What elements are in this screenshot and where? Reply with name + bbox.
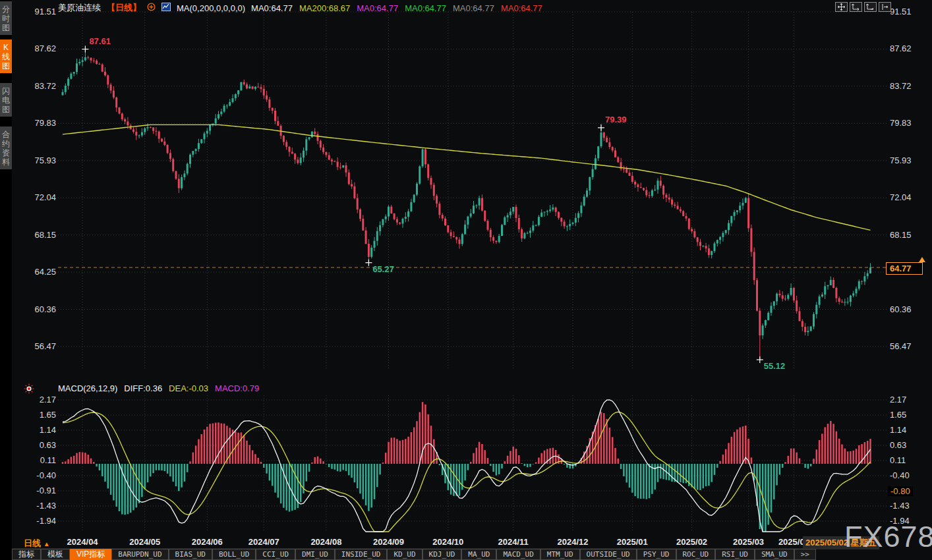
indicator-tab-dmiud[interactable]: DMI_UD bbox=[295, 549, 335, 560]
x-axis-month-label: 2024/08 bbox=[300, 537, 353, 547]
toolbar-axis-shift-icon[interactable] bbox=[879, 2, 891, 12]
sidebar-tab-2[interactable]: K线图 bbox=[0, 40, 12, 73]
chart-style-icon[interactable] bbox=[161, 3, 171, 13]
indicator-tab-smaud[interactable]: SMA_UD bbox=[755, 549, 794, 560]
price-axis-label-left: 64.25 bbox=[23, 267, 56, 277]
sidebar-tab-1[interactable]: 分时图 bbox=[0, 1, 12, 35]
toolbar-axis-zoom-out-icon[interactable] bbox=[864, 2, 877, 12]
x-axis-month-label: 2025/02 bbox=[666, 537, 718, 547]
toolbar-axis-zoom-in-icon[interactable] bbox=[850, 2, 862, 12]
macd-axis-label-left: 0.63 bbox=[23, 440, 56, 450]
indicator-tab-[interactable]: 指标 bbox=[12, 549, 41, 560]
macd-axis-label-left: 1.65 bbox=[23, 410, 56, 420]
price-axis-label-left: 72.04 bbox=[23, 192, 56, 202]
x-axis-month-label: 2024/06 bbox=[181, 537, 233, 547]
ma-value-label: MA0:64.77 bbox=[501, 3, 542, 13]
ma-value-label: MA200:68.67 bbox=[299, 3, 350, 13]
ma-value-label: MA0:64.77 bbox=[453, 3, 494, 13]
price-annotation: 87.61 bbox=[89, 36, 111, 46]
macd-axis-label-left: 1.14 bbox=[23, 425, 56, 435]
macd-axis-label-left: -0.91 bbox=[23, 486, 56, 495]
price-axis-label-left: 56.47 bbox=[23, 341, 56, 351]
ma-value-label: MA0:64.77 bbox=[357, 3, 398, 13]
chart-type-sidebar: 分时图K线图闪电图合约资料 bbox=[0, 0, 12, 560]
macd-axis-label-right: -0.40 bbox=[890, 470, 910, 480]
macd-value-label: DEA:-0.03 bbox=[169, 383, 208, 393]
indicator-tab-kdjud[interactable]: KDJ_UD bbox=[422, 549, 462, 560]
chart-header: 美原油连续 【日线】 MA(0,200,0,0,0,0) MA0:64.77MA… bbox=[58, 2, 542, 14]
price-annotation: 55.12 bbox=[764, 361, 786, 371]
watermark: FX678 bbox=[844, 520, 932, 554]
indicator-tab-rocud[interactable]: ROC_UD bbox=[676, 549, 716, 560]
macd-axis-label-right: 2.17 bbox=[890, 395, 906, 405]
price-axis-label-right: 72.04 bbox=[890, 192, 912, 202]
expand-arrow-icon: ▲ bbox=[44, 540, 50, 547]
price-axis-label-right: 75.93 bbox=[890, 155, 912, 165]
price-axis-label-left: 83.72 bbox=[23, 81, 56, 91]
indicator-tab-cciud[interactable]: CCI_UD bbox=[256, 549, 295, 560]
price-axis-label-left: 91.51 bbox=[23, 7, 56, 16]
price-axis-label-right: 56.47 bbox=[890, 341, 912, 351]
indicator-tab-[interactable]: >> bbox=[794, 549, 816, 560]
indicator-tab-insideud[interactable]: INSIDE_UD bbox=[335, 549, 388, 560]
macd-axis-label-right: 1.65 bbox=[890, 410, 906, 420]
price-axis-label-left: 68.15 bbox=[23, 230, 56, 240]
period-tag: 【日线】 bbox=[107, 2, 141, 14]
indicator-tab-barupdnud[interactable]: BARUPDN_UD bbox=[111, 549, 168, 560]
ma-settings-label: MA(0,200,0,0,0,0) bbox=[177, 3, 245, 13]
period-selector-label: 日线 bbox=[24, 538, 41, 548]
price-axis-label-right: 83.72 bbox=[890, 81, 912, 91]
indicator-tab-kdud[interactable]: KD_UD bbox=[387, 549, 422, 560]
price-axis-label-right: 60.36 bbox=[890, 304, 912, 314]
price-axis-label-left: 60.36 bbox=[23, 304, 56, 314]
indicator-tab-psyud[interactable]: PSY_UD bbox=[637, 549, 676, 560]
x-axis-month-label: 2024/07 bbox=[237, 537, 290, 547]
indicator-alert-icon[interactable] bbox=[24, 383, 34, 397]
ma-value-label: MA0:64.77 bbox=[251, 3, 293, 13]
indicator-tab-bollud[interactable]: BOLL_UD bbox=[212, 549, 256, 560]
indicator-tab-maud[interactable]: MA_UD bbox=[461, 549, 496, 560]
symbol-title: 美原油连续 bbox=[58, 2, 101, 14]
current-price-box: 64.77 bbox=[886, 262, 923, 275]
price-axis-label-right: 68.15 bbox=[890, 230, 912, 240]
price-annotation: 79.39 bbox=[605, 115, 627, 125]
price-annotation: 65.27 bbox=[372, 264, 394, 274]
indicator-tab-macdud[interactable]: MACD_UD bbox=[496, 549, 540, 560]
toolbar-pan-icon[interactable] bbox=[835, 2, 848, 12]
macd-axis-label-right: 0.63 bbox=[890, 440, 906, 450]
price-axis-label-left: 75.93 bbox=[23, 155, 56, 165]
macd-axis-label-left: -1.43 bbox=[23, 501, 56, 511]
chart-canvas[interactable] bbox=[0, 0, 932, 560]
macd-axis-value-box: -0.80 bbox=[888, 486, 913, 496]
x-axis-month-label: 2024/12 bbox=[546, 537, 599, 547]
ma-values: MA0:64.77MA200:68.67MA0:64.77MA0:64.77MA… bbox=[251, 3, 542, 13]
macd-axis-label-right: -1.43 bbox=[890, 501, 910, 511]
chart-toolbar bbox=[835, 2, 891, 12]
indicator-tab-[interactable]: 模板 bbox=[41, 549, 70, 560]
macd-params-label: MACD(26,12,9) bbox=[58, 383, 117, 393]
add-indicator-icon[interactable] bbox=[147, 3, 156, 13]
indicator-tab-outsideud[interactable]: OUTSIDE_UD bbox=[580, 549, 637, 560]
macd-axis-label-left: -1.94 bbox=[23, 516, 56, 526]
indicator-tabbar: 指标模板VIP指标BARUPDN_UDBIAS_UDBOLL_UDCCI_UDD… bbox=[12, 548, 816, 560]
indicator-tab-vip[interactable]: VIP指标 bbox=[70, 549, 111, 560]
macd-axis-label-left: 0.11 bbox=[23, 455, 56, 465]
macd-values: DIFF:0.36DEA:-0.03MACD:0.79 bbox=[124, 383, 259, 393]
price-axis-label-right: 79.83 bbox=[890, 118, 912, 128]
x-axis-month-label: 2024/05 bbox=[119, 537, 171, 547]
indicator-tab-mtmud[interactable]: MTM_UD bbox=[540, 549, 580, 560]
macd-value-label: MACD:0.79 bbox=[215, 383, 259, 393]
macd-axis-label-right: 1.14 bbox=[890, 425, 906, 435]
macd-value-label: DIFF:0.36 bbox=[124, 383, 162, 393]
x-axis-month-label: 2025/01 bbox=[606, 537, 658, 547]
macd-axis-label-right: 0.11 bbox=[890, 455, 906, 465]
price-axis-label-right: 87.62 bbox=[890, 43, 912, 53]
indicator-tab-rsiud[interactable]: RSI_UD bbox=[715, 549, 755, 560]
x-axis-month-label: 2024/04 bbox=[56, 537, 109, 547]
macd-axis-label-left: -0.40 bbox=[23, 470, 56, 480]
indicator-tab-biasud[interactable]: BIAS_UD bbox=[169, 549, 212, 560]
ma-value-label: MA0:64.77 bbox=[405, 3, 446, 13]
sidebar-tab-4[interactable]: 合约资料 bbox=[0, 126, 12, 169]
x-axis-month-label: 2024/10 bbox=[422, 537, 475, 547]
sidebar-tab-3[interactable]: 闪电图 bbox=[0, 83, 12, 117]
